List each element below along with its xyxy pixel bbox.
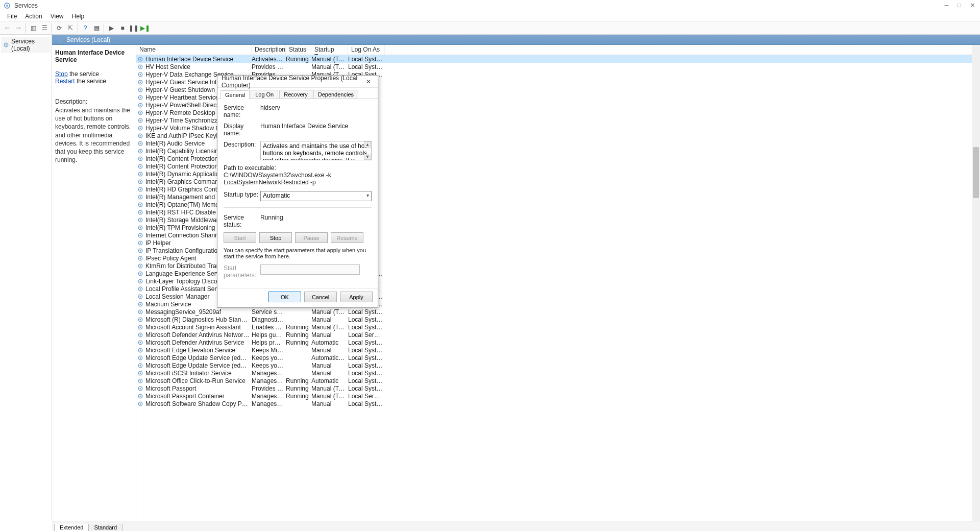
gear-icon xyxy=(137,378,143,384)
cell-logon: Local Service xyxy=(348,393,385,400)
menu-view[interactable]: View xyxy=(46,12,68,21)
restart-service-button[interactable]: ▶❚ xyxy=(140,23,150,33)
pause-button[interactable]: Pause xyxy=(295,232,328,243)
gear-icon xyxy=(137,133,143,139)
table-row[interactable]: Microsoft Office Click-to-Run Service Ma… xyxy=(136,377,980,384)
tab-general[interactable]: General xyxy=(220,90,250,99)
pause-service-button[interactable]: ❚❚ xyxy=(129,23,139,33)
table-row[interactable]: HV Host Service Provides an ... Manual (… xyxy=(136,63,980,70)
gear-icon xyxy=(137,278,143,284)
show-hide-tree-button[interactable]: ▥ xyxy=(28,23,38,33)
gear-icon xyxy=(137,401,143,407)
toolbar: ⇐ ⇒ ▥ ☰ ⟳ ⇱ ? ▦ ▶ ■ ❚❚ ▶❚ xyxy=(0,21,980,35)
table-row[interactable]: Microsoft Passport Container Manages lo.… xyxy=(136,392,980,400)
cell-description: Keeps your ... xyxy=(252,362,286,369)
table-row[interactable]: Microsoft Edge Elevation Service Keeps M… xyxy=(136,346,980,354)
tab-standard[interactable]: Standard xyxy=(88,524,122,531)
col-logon-header[interactable]: Log On As xyxy=(348,45,385,55)
table-row[interactable]: Human Interface Device Service Activates… xyxy=(136,55,980,63)
column-headers: Name Description Status Startup Type Log… xyxy=(136,45,980,55)
table-row[interactable]: Microsoft Software Shadow Copy Provider … xyxy=(136,400,980,407)
startup-type-dropdown[interactable]: Automatic xyxy=(260,191,372,201)
gear-icon xyxy=(137,393,143,399)
gear-icon xyxy=(137,110,143,116)
col-startup-header[interactable]: Startup Type xyxy=(311,45,348,55)
toolbar-separator xyxy=(104,23,104,33)
table-row[interactable]: Microsoft Account Sign-in Assistant Enab… xyxy=(136,323,980,331)
gear-icon xyxy=(3,41,9,49)
table-row[interactable]: Microsoft Defender Antivirus Network Ins… xyxy=(136,331,980,339)
gear-icon xyxy=(137,56,143,62)
tree-node-services-local[interactable]: Services (Local) xyxy=(1,37,51,53)
col-name-header[interactable]: Name xyxy=(136,45,252,55)
dialog-titlebar[interactable]: Human Interface Device Service Propertie… xyxy=(217,76,378,88)
tab-dependencies[interactable]: Dependencies xyxy=(313,90,358,99)
path-label: Path to executable: xyxy=(224,164,372,172)
cell-description: Enables use... xyxy=(252,324,286,331)
back-button[interactable]: ⇐ xyxy=(2,23,12,33)
dialog-close-button[interactable]: ✕ xyxy=(363,78,374,85)
cell-logon: Local Syste... xyxy=(348,377,385,384)
scroll-down-icon[interactable]: ▼ xyxy=(364,154,371,160)
description-textbox[interactable]: Activates and maintains the use of hot b… xyxy=(260,141,372,160)
table-row[interactable]: Microsoft (R) Diagnostics Hub Standard C… xyxy=(136,316,980,323)
scroll-up-icon[interactable]: ▲ xyxy=(364,141,371,148)
ok-button[interactable]: OK xyxy=(268,292,301,302)
col-status-header[interactable]: Status xyxy=(286,45,311,55)
refresh-button[interactable]: ⟳ xyxy=(54,23,64,33)
menu-help[interactable]: Help xyxy=(68,12,89,21)
cell-startup: Manual xyxy=(311,316,348,323)
table-row[interactable]: Microsoft Edge Update Service (edgeupdat… xyxy=(136,361,980,369)
help-button[interactable]: ? xyxy=(80,23,90,33)
resume-button[interactable]: Resume xyxy=(331,232,363,243)
table-row[interactable]: Microsoft Passport Provides pr... Runnin… xyxy=(136,384,980,392)
service-status-value: Running xyxy=(260,214,372,221)
cell-logon: Local Syste... xyxy=(348,347,385,354)
cell-logon: Local Syste... xyxy=(348,339,385,346)
window-title: Services xyxy=(14,2,945,9)
toolbar-separator xyxy=(78,23,78,33)
cell-logon: Local Service xyxy=(348,331,385,339)
cell-status: Running xyxy=(286,324,311,331)
cell-description: Manages lo... xyxy=(252,393,286,400)
gear-icon xyxy=(137,125,143,131)
menu-action[interactable]: Action xyxy=(21,12,46,21)
cell-name: Microsoft Account Sign-in Assistant xyxy=(145,324,252,331)
gear-icon xyxy=(137,309,143,315)
cancel-button[interactable]: Cancel xyxy=(304,292,337,302)
properties-button[interactable]: ☰ xyxy=(39,23,50,33)
stop-link[interactable]: Stop xyxy=(55,70,68,78)
properties2-button[interactable]: ▦ xyxy=(91,23,102,33)
gear-icon xyxy=(137,171,143,177)
stop-button[interactable]: Stop xyxy=(259,232,292,243)
tab-log-on[interactable]: Log On xyxy=(251,90,278,99)
toolbar-separator xyxy=(52,23,52,33)
cell-name: Microsoft Passport xyxy=(145,385,252,392)
tab-extended[interactable]: Extended xyxy=(54,524,89,531)
table-row[interactable]: Microsoft iSCSI Initiator Service Manage… xyxy=(136,369,980,377)
table-row[interactable]: Microsoft Edge Update Service (edgeupdat… xyxy=(136,354,980,361)
cell-startup: Automatic (... xyxy=(311,354,348,361)
start-service-button[interactable]: ▶ xyxy=(106,23,116,33)
forward-button[interactable]: ⇒ xyxy=(13,23,23,33)
close-button[interactable]: ✕ xyxy=(970,2,975,9)
gear-icon xyxy=(137,324,143,330)
apply-button[interactable]: Apply xyxy=(340,292,373,302)
table-row[interactable]: MessagingService_95209af Service sup... … xyxy=(136,308,980,316)
table-row[interactable]: Microsoft Defender Antivirus Service Hel… xyxy=(136,339,980,346)
minimize-button[interactable]: ─ xyxy=(945,2,949,9)
maximize-button[interactable]: □ xyxy=(958,2,961,9)
menu-file[interactable]: File xyxy=(3,12,21,21)
col-description-header[interactable]: Description xyxy=(252,45,286,55)
start-button[interactable]: Start xyxy=(224,232,256,243)
gear-icon xyxy=(137,347,143,353)
vertical-scrollbar[interactable] xyxy=(972,45,980,521)
gear-icon xyxy=(137,255,143,261)
cell-logon: Local Syste... xyxy=(348,56,385,63)
cell-description: Provides an ... xyxy=(252,63,286,70)
cell-name: Microsoft Edge Update Service (edgeupdat… xyxy=(145,354,252,361)
export-button[interactable]: ⇱ xyxy=(65,23,76,33)
tab-recovery[interactable]: Recovery xyxy=(279,90,312,99)
restart-link[interactable]: Restart xyxy=(55,78,75,85)
stop-service-button[interactable]: ■ xyxy=(117,23,128,33)
